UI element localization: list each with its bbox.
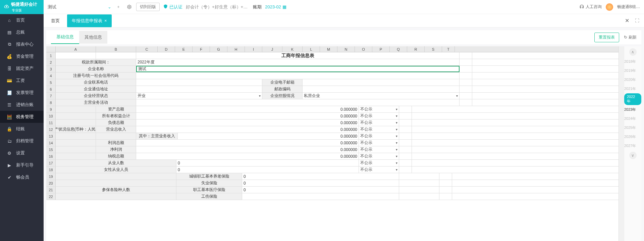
cell[interactable] <box>399 119 412 126</box>
cell[interactable]: 企业经营状态 <box>56 93 136 99</box>
cell[interactable]: 工伤保险 <box>176 193 242 200</box>
cell[interactable]: 不公示 <box>359 106 399 112</box>
col-header-F[interactable]: F <box>193 46 210 52</box>
row-number[interactable]: 14 <box>46 140 56 146</box>
row-number[interactable]: 6 <box>46 86 56 92</box>
cell[interactable] <box>439 180 452 186</box>
company-select[interactable]: 测试⌄ <box>48 3 111 11</box>
row-number[interactable]: 7 <box>46 93 56 99</box>
ai-support-button[interactable]: 人工咨询 <box>579 4 602 10</box>
cell[interactable]: 负债总额 <box>96 119 136 126</box>
row-number[interactable]: 1 <box>46 52 56 59</box>
cell[interactable]: 资产总额 <box>96 106 136 112</box>
sidebar-item-5[interactable]: 💳工资 <box>0 75 44 87</box>
cell[interactable]: 注册号/统一社会信用代码 <box>56 73 136 79</box>
cell[interactable]: 0.000000 <box>136 106 359 112</box>
cell[interactable] <box>136 99 460 106</box>
sidebar-item-3[interactable]: 💰资金管理 <box>0 50 44 62</box>
cell[interactable]: 参保各险种人数 <box>56 187 176 193</box>
cell[interactable]: 2022年度 <box>136 59 460 65</box>
col-header-G[interactable]: G <box>210 46 227 52</box>
subtab-basic[interactable]: 基础信息 <box>51 31 79 44</box>
cell[interactable]: 不公示 <box>359 153 399 159</box>
cell[interactable]: 0 <box>242 180 399 186</box>
subtab-other[interactable]: 其他信息 <box>79 31 107 44</box>
user-name[interactable]: 畅捷通B组… <box>617 4 640 10</box>
row-number[interactable]: 19 <box>46 173 56 180</box>
cell[interactable]: 0 <box>242 187 399 193</box>
close-icon[interactable]: × <box>104 18 107 23</box>
sidebar-item-1[interactable]: ▤总账 <box>0 26 44 38</box>
cell[interactable]: 企业联系电话 <box>56 79 136 86</box>
year-2019年[interactable]: 2019年 <box>624 66 641 75</box>
cell[interactable]: 不公示 <box>359 119 399 126</box>
col-header-H[interactable]: H <box>227 46 245 52</box>
switch-old-button[interactable]: 切到旧版 <box>136 3 160 11</box>
cell[interactable]: 利润总额 <box>96 140 136 146</box>
row-number[interactable]: 12 <box>46 126 56 133</box>
cell[interactable] <box>460 79 472 86</box>
sidebar-item-6[interactable]: 🧾发票管理 <box>0 87 44 99</box>
col-header-D[interactable]: D <box>158 46 175 52</box>
refresh-button[interactable]: ↻刷新 <box>624 35 637 40</box>
cell[interactable]: 0 <box>176 160 359 166</box>
add-button[interactable]: ＋ <box>115 3 122 11</box>
cell[interactable]: 开业 <box>136 93 262 99</box>
col-header-T[interactable]: T <box>442 46 455 52</box>
cell[interactable] <box>303 79 460 86</box>
cell[interactable]: 私营企业 <box>303 93 460 99</box>
cell[interactable]: 不公示 <box>359 146 399 153</box>
cell[interactable]: 0 <box>242 173 399 180</box>
avatar[interactable] <box>606 3 613 11</box>
cell[interactable] <box>399 160 412 166</box>
col-header-J[interactable]: J <box>262 46 282 52</box>
sidebar-item-10[interactable]: 🗂归档管理 <box>0 135 44 147</box>
row-number[interactable]: 8 <box>46 99 56 106</box>
cell[interactable]: 营业总收入 <box>96 126 136 133</box>
cell[interactable] <box>136 73 460 79</box>
cell[interactable]: 0.000000 <box>136 140 359 146</box>
col-header-N[interactable]: N <box>337 46 355 52</box>
col-header-M[interactable]: M <box>320 46 337 52</box>
gear-icon[interactable] <box>125 3 133 11</box>
cell[interactable]: 工商年报信息表 <box>136 52 460 59</box>
cell[interactable]: 不公示 <box>359 140 399 146</box>
row-number[interactable]: 11 <box>46 119 56 126</box>
col-header-O[interactable]: O <box>355 46 372 52</box>
cell[interactable] <box>56 153 96 159</box>
cell[interactable] <box>460 93 472 99</box>
cell[interactable] <box>56 173 176 180</box>
cell[interactable] <box>399 180 439 186</box>
cell[interactable]: 女性从业人员 <box>56 166 176 173</box>
cell[interactable] <box>56 193 176 200</box>
cell[interactable]: 城镇职工基本养老保险 <box>176 173 242 180</box>
cell[interactable]: 不公示 <box>359 126 399 133</box>
row-number[interactable]: 3 <box>46 66 56 72</box>
cell[interactable]: 0.000000 <box>136 146 359 153</box>
year-2024年[interactable]: 2024年 <box>624 114 641 123</box>
cell[interactable]: 主营业务活动 <box>56 99 136 106</box>
cell[interactable]: 0.000000 <box>136 126 359 133</box>
sidebar-item-8[interactable]: 🧮税务管理 <box>0 111 44 123</box>
year-2022年[interactable]: 2022年 <box>624 93 641 105</box>
cell[interactable]: 企业控股情况 <box>262 93 303 99</box>
cell[interactable]: 所有者权益合计 <box>96 113 136 119</box>
col-header-K[interactable]: K <box>282 46 303 52</box>
cell[interactable] <box>136 79 262 86</box>
col-header-C[interactable]: C <box>136 46 158 52</box>
sidebar-item-2[interactable]: ⧉报表中心 <box>0 38 44 50</box>
col-header-Q[interactable]: Q <box>390 46 407 52</box>
year-2025年[interactable]: 2025年 <box>624 123 641 132</box>
col-header-R[interactable]: R <box>407 46 425 52</box>
col-header-B[interactable]: B <box>96 46 136 52</box>
cell[interactable] <box>399 106 412 112</box>
year-2027年[interactable]: 2027年 <box>624 141 641 150</box>
year-next-button[interactable]: ∨ <box>629 152 637 159</box>
cell[interactable]: 0.000000 <box>178 133 359 139</box>
cell[interactable]: 不公示 <box>359 166 399 173</box>
cell[interactable] <box>56 180 176 186</box>
cell[interactable]: 税款所属期间： <box>56 59 136 65</box>
cell[interactable]: 不公示 <box>359 133 399 139</box>
cell[interactable]: 不公示 <box>359 113 399 119</box>
cell[interactable] <box>56 140 96 146</box>
